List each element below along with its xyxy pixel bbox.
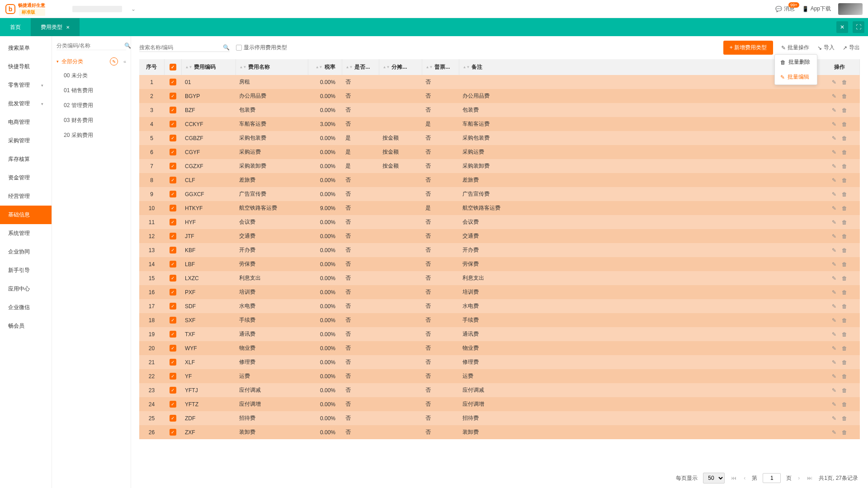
cell-checkbox[interactable]: ✓ [164, 425, 181, 439]
sidebar-item[interactable]: 库存核算 [0, 150, 52, 169]
batch-delete-item[interactable]: 🗑批量删除 [775, 55, 817, 70]
table-row[interactable]: 12✓JTF交通费0.00%否否交通费✎🗑 [139, 229, 860, 243]
edit-icon[interactable]: ✎ [832, 149, 836, 155]
tab-expense-type[interactable]: 费用类型 ✕ [31, 18, 80, 36]
table-row[interactable]: 20✓WYF物业费0.00%否否物业费✎🗑 [139, 341, 860, 355]
delete-icon[interactable]: 🗑 [842, 121, 847, 127]
delete-icon[interactable]: 🗑 [842, 303, 847, 310]
table-row[interactable]: 17✓SDF水电费0.00%否否水电费✎🗑 [139, 299, 860, 313]
edit-icon[interactable]: ✎ [832, 345, 836, 352]
cell-checkbox[interactable]: ✓ [164, 173, 181, 187]
tree-all-categories[interactable]: ▾ 全部分类 ✎ « [52, 55, 131, 68]
edit-icon[interactable]: ✎ [832, 387, 836, 394]
next-page-button[interactable]: › [797, 475, 801, 481]
batch-button[interactable]: ✎批量操作 [781, 44, 809, 52]
tree-node[interactable]: 00 未分类 [52, 68, 131, 83]
table-row[interactable]: 6✓CGYF采购运费0.00%是按金额否采购运费✎🗑 [139, 145, 860, 159]
edit-icon[interactable]: ✎ [832, 261, 836, 267]
delete-icon[interactable]: 🗑 [842, 359, 847, 366]
page-size-select[interactable]: 50 [703, 473, 725, 483]
cell-checkbox[interactable]: ✓ [164, 89, 181, 103]
col-b2[interactable]: ▲▼普票... [422, 59, 459, 75]
delete-icon[interactable]: 🗑 [842, 93, 847, 99]
edit-icon[interactable]: ✎ [832, 205, 836, 211]
delete-icon[interactable]: 🗑 [842, 135, 847, 141]
table-row[interactable]: 13✓KBF开办费0.00%否否开办费✎🗑 [139, 243, 860, 257]
edit-icon[interactable]: ✎ [832, 373, 836, 380]
search-icon[interactable]: 🔍 [223, 44, 230, 51]
sidebar-item[interactable]: 经营管理 [0, 187, 52, 206]
prev-page-button[interactable]: ‹ [743, 475, 746, 481]
export-button[interactable]: ↗导出 [843, 44, 860, 52]
sidebar-item[interactable]: 畅会员 [0, 317, 52, 335]
show-disabled-checkbox[interactable]: 显示停用费用类型 [236, 44, 287, 52]
sidebar-item[interactable]: 企业协同 [0, 243, 52, 261]
table-row[interactable]: 22✓YF运费0.00%否否运费✎🗑 [139, 369, 860, 383]
messages-button[interactable]: 💬 消息 99+ [775, 5, 795, 13]
cell-checkbox[interactable]: ✓ [164, 103, 181, 117]
cell-checkbox[interactable]: ✓ [164, 285, 181, 299]
delete-icon[interactable]: 🗑 [842, 415, 847, 422]
cell-checkbox[interactable]: ✓ [164, 313, 181, 327]
first-page-button[interactable]: ⏮ [730, 475, 737, 481]
delete-icon[interactable]: 🗑 [842, 79, 847, 85]
page-input[interactable] [763, 473, 781, 483]
sidebar-item[interactable]: 系统管理 [0, 224, 52, 243]
cell-checkbox[interactable]: ✓ [164, 257, 181, 271]
edit-icon[interactable]: ✎ [832, 177, 836, 183]
batch-edit-item[interactable]: ✎批量编辑 [775, 70, 817, 84]
delete-icon[interactable]: 🗑 [842, 429, 847, 436]
delete-icon[interactable]: 🗑 [842, 261, 847, 267]
table-row[interactable]: 4✓CCKYF车船客运费3.00%否是车船客运费✎🗑 [139, 117, 860, 131]
cell-checkbox[interactable]: ✓ [164, 159, 181, 173]
table-container[interactable]: 序号 ✓ ▲▼费用编码 ▲▼费用名称 ▲▼税率 ▲▼是否... ▲▼分摊... … [131, 59, 868, 468]
delete-icon[interactable]: 🗑 [842, 163, 847, 169]
cell-checkbox[interactable]: ✓ [164, 187, 181, 201]
edit-icon[interactable]: ✎ [832, 135, 836, 141]
cell-checkbox[interactable]: ✓ [164, 243, 181, 257]
cell-checkbox[interactable]: ✓ [164, 383, 181, 397]
sidebar-item[interactable]: 搜索菜单 [0, 39, 52, 57]
delete-icon[interactable]: 🗑 [842, 177, 847, 183]
sidebar-item[interactable]: 快捷导航 [0, 57, 52, 76]
cell-checkbox[interactable]: ✓ [164, 411, 181, 425]
col-remark[interactable]: ▲▼备注 [459, 59, 819, 75]
edit-icon[interactable]: ✎ [832, 359, 836, 366]
table-row[interactable]: 3✓BZF包装费0.00%否否包装费✎🗑 [139, 103, 860, 117]
tree-node[interactable]: 02 管理费用 [52, 98, 131, 113]
collapse-tree-icon[interactable]: « [123, 59, 126, 64]
table-row[interactable]: 1✓01房租0.00%否否✎🗑 [139, 75, 860, 89]
sidebar-item[interactable]: 新手引导 [0, 261, 52, 280]
search-input[interactable] [139, 44, 223, 51]
avatar[interactable] [838, 3, 863, 15]
tree-node[interactable]: 03 财务费用 [52, 113, 131, 128]
col-rate[interactable]: ▲▼税率 [308, 59, 342, 75]
table-row[interactable]: 26✓ZXF装卸费0.00%否否装卸费✎🗑 [139, 425, 860, 439]
import-button[interactable]: ↘导入 [817, 44, 835, 52]
edit-icon[interactable]: ✎ [832, 401, 836, 408]
edit-icon[interactable]: ✎ [832, 331, 836, 338]
table-row[interactable]: 11✓HYF会议费0.00%否否会议费✎🗑 [139, 215, 860, 229]
edit-icon[interactable]: ✎ [832, 275, 836, 282]
table-row[interactable]: 18✓SXF手续费0.00%否否手续费✎🗑 [139, 313, 860, 327]
edit-icon[interactable]: ✎ [832, 121, 836, 127]
cell-checkbox[interactable]: ✓ [164, 327, 181, 341]
close-icon[interactable]: ✕ [66, 25, 70, 30]
delete-icon[interactable]: 🗑 [842, 387, 847, 394]
cell-checkbox[interactable]: ✓ [164, 75, 181, 89]
table-row[interactable]: 25✓ZDF招待费0.00%否否招待费✎🗑 [139, 411, 860, 425]
table-row[interactable]: 24✓YFTZ应付调增0.00%否否应付调增✎🗑 [139, 397, 860, 411]
col-index[interactable]: 序号 [139, 59, 164, 75]
fullscreen-button[interactable]: ⛶ [853, 21, 864, 33]
edit-icon[interactable]: ✎ [832, 219, 836, 225]
delete-icon[interactable]: 🗑 [842, 233, 847, 239]
last-page-button[interactable]: ⏭ [806, 475, 813, 481]
sidebar-item[interactable]: 企业微信 [0, 298, 52, 317]
edit-icon[interactable]: ✎ [832, 317, 836, 324]
col-b1[interactable]: ▲▼是否... [342, 59, 379, 75]
edit-icon[interactable]: ✎ [832, 191, 836, 197]
delete-icon[interactable]: 🗑 [842, 149, 847, 155]
cell-checkbox[interactable]: ✓ [164, 229, 181, 243]
org-dropdown[interactable]: ⌄ [72, 6, 136, 12]
delete-icon[interactable]: 🗑 [842, 345, 847, 352]
